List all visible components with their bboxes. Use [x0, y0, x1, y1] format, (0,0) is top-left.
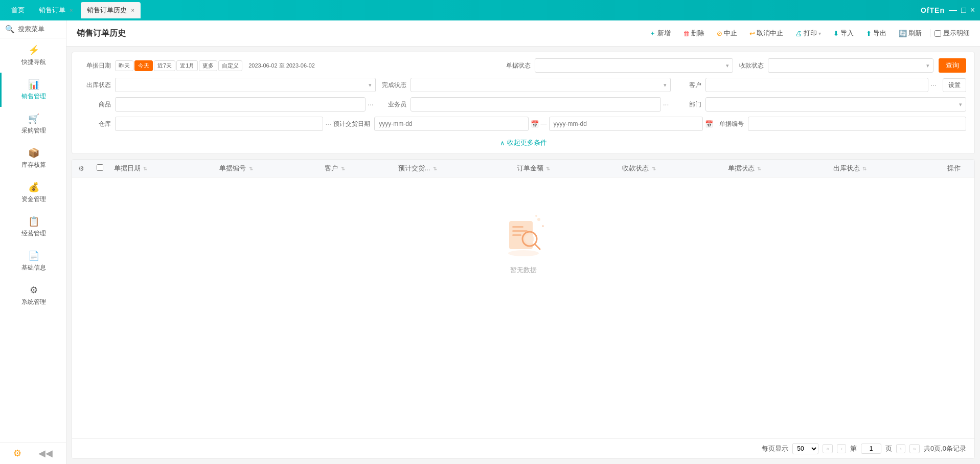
sidebar-item-quick-nav[interactable]: ⚡ 快捷导航 [0, 38, 66, 73]
out-status-select[interactable] [115, 78, 376, 92]
date-quick-last7[interactable]: 近7天 [154, 60, 175, 71]
col-number: 单据编号 ⇅ [214, 160, 320, 178]
print-icon: 🖨 [795, 30, 802, 37]
filter-department-item: 部门 [671, 97, 966, 112]
collection-status-select[interactable] [768, 58, 933, 73]
collapse-row[interactable]: ∧ 收起更多条件 [80, 136, 966, 147]
settings-btn-wrap: 设置 [943, 78, 966, 92]
system-icon: ⚙ [30, 284, 38, 296]
filter-row-1: 单据日期 昨天 今天 近7天 近1月 更多 自定义 2023-06-02 至 2… [80, 58, 966, 73]
cancel-suspend-button[interactable]: ↩ 取消中止 [745, 27, 787, 40]
last-page-button[interactable]: » [909, 444, 920, 453]
sort-amount-icon[interactable]: ⇅ [546, 166, 550, 171]
refresh-icon: 🔄 [899, 30, 907, 37]
maximize-button[interactable]: □ [961, 6, 966, 15]
sidebar-item-finance[interactable]: 💰 资金管理 [0, 175, 66, 210]
doc-status-label: 单据状态 [500, 61, 531, 70]
sidebar-item-system[interactable]: ⚙ 系统管理 [0, 278, 66, 313]
date-quick-today[interactable]: 今天 [134, 60, 153, 71]
sidebar-search[interactable]: 🔍 搜索菜单 [0, 20, 66, 38]
customer-input[interactable] [705, 78, 928, 92]
minimize-button[interactable]: — [949, 6, 957, 15]
sidebar-collapse-icon[interactable]: ◀◀ [38, 448, 53, 459]
svg-rect-3 [512, 230, 528, 232]
doc-number-label: 单据编号 [713, 120, 744, 128]
refresh-button[interactable]: 🔄 刷新 [895, 27, 926, 40]
export-button[interactable]: ⬆ 导出 [862, 27, 891, 40]
first-page-button[interactable]: « [823, 444, 833, 453]
new-label: 新增 [657, 29, 671, 38]
suspend-button[interactable]: ⊘ 中止 [713, 27, 741, 40]
data-table: ⚙ 单据日期 ⇅ 单据编号 ⇅ [72, 160, 974, 178]
top-bar-right: OfTEn — □ × [921, 6, 975, 15]
sidebar-settings-icon[interactable]: ⚙ [13, 448, 21, 459]
prev-page-button[interactable]: ‹ [837, 444, 846, 453]
select-all-checkbox[interactable] [97, 164, 103, 171]
calendar-to-icon[interactable]: 📅 [705, 120, 713, 128]
department-select[interactable] [705, 97, 966, 112]
date-quick-last1m[interactable]: 近1月 [176, 60, 198, 71]
page-size-select[interactable]: 10 20 50 100 [792, 443, 818, 454]
tab-sales-order[interactable]: 销售订单 × [33, 2, 79, 18]
col-out-status-label: 出库状态 [833, 164, 860, 172]
print-dropdown-icon[interactable]: ▾ [818, 31, 821, 36]
sort-doc-status-icon[interactable]: ⇅ [757, 166, 761, 171]
filter-complete-status-item: 完成状态 [376, 78, 671, 92]
tab-sales-order-history[interactable]: 销售订单历史 × [81, 2, 140, 18]
warehouse-input[interactable] [115, 117, 323, 131]
salesperson-dots-button[interactable]: ··· [661, 100, 671, 108]
sort-out-status-icon[interactable]: ⇅ [862, 166, 867, 171]
sort-date-icon[interactable]: ⇅ [143, 166, 147, 171]
salesperson-input[interactable] [411, 97, 661, 112]
tab-sales-order-history-label: 销售订单历史 [87, 6, 127, 15]
suspend-icon: ⊘ [717, 30, 722, 37]
col-collection-status-label: 收款状态 [622, 164, 649, 172]
date-quick-more[interactable]: 更多 [199, 60, 217, 71]
sidebar-item-label-system: 系统管理 [21, 298, 46, 306]
tab-sales-order-history-close[interactable]: × [131, 7, 134, 13]
delete-button[interactable]: 🗑 删除 [679, 27, 709, 40]
settings-gear[interactable]: ⚙ [77, 165, 85, 172]
sort-collection-icon[interactable]: ⇅ [652, 166, 656, 171]
sidebar-item-inventory[interactable]: 📦 库存核算 [0, 141, 66, 175]
content-area: 销售订单历史 ＋ 新增 🗑 删除 ⊘ 中止 ↩ 取消中止 [66, 20, 980, 464]
sort-customer-icon[interactable]: ⇅ [341, 166, 345, 171]
display-detail-label: 显示明细 [943, 29, 970, 38]
next-page-button[interactable]: › [896, 444, 905, 453]
operations-icon: 📋 [28, 216, 39, 227]
svg-line-7 [535, 244, 540, 249]
delivery-date-to[interactable] [549, 117, 703, 131]
date-quick-custom[interactable]: 自定义 [218, 60, 242, 71]
doc-number-input[interactable] [748, 117, 966, 131]
sidebar-item-sales-mgmt[interactable]: 📊 销售管理 [0, 73, 66, 107]
query-button[interactable]: 查询 [939, 58, 966, 73]
sidebar-item-operations[interactable]: 📋 经营管理 [0, 210, 66, 244]
goods-dots-button[interactable]: ··· [366, 100, 376, 108]
date-quick-yesterday[interactable]: 昨天 [115, 60, 133, 71]
complete-status-select[interactable] [411, 78, 671, 92]
delivery-date-from[interactable] [374, 117, 528, 131]
goods-input[interactable] [115, 97, 366, 112]
new-button[interactable]: ＋ 新增 [645, 27, 675, 40]
tab-sales-order-close[interactable]: × [70, 7, 73, 13]
filter-settings-button[interactable]: 设置 [943, 78, 966, 92]
sidebar-item-purchase-mgmt[interactable]: 🛒 采购管理 [0, 107, 66, 141]
sort-number-icon[interactable]: ⇅ [249, 166, 253, 171]
customer-dots-button[interactable]: ··· [928, 81, 939, 89]
close-window-button[interactable]: × [970, 6, 975, 15]
print-button[interactable]: 🖨 打印 ▾ [791, 27, 825, 40]
delivery-date-label: 预计交货日期 [333, 120, 370, 128]
warehouse-dots-button[interactable]: ··· [323, 120, 333, 128]
filter-goods-item: 商品 ··· [80, 97, 376, 112]
svg-point-6 [525, 234, 534, 244]
display-detail-checkbox[interactable] [935, 30, 941, 37]
doc-status-select[interactable] [535, 58, 733, 73]
sort-delivery-icon[interactable]: ⇅ [433, 166, 437, 171]
top-bar: 首页 销售订单 × 销售订单历史 × OfTEn — □ × [0, 0, 980, 20]
import-button[interactable]: ⬇ 导入 [829, 27, 858, 40]
page-input[interactable] [861, 444, 881, 454]
page-header: 销售订单历史 ＋ 新增 🗑 删除 ⊘ 中止 ↩ 取消中止 [66, 20, 980, 47]
calendar-from-icon[interactable]: 📅 [531, 120, 539, 128]
sidebar-item-basic-info[interactable]: 📄 基础信息 [0, 244, 66, 278]
tab-home[interactable]: 首页 [5, 2, 31, 18]
